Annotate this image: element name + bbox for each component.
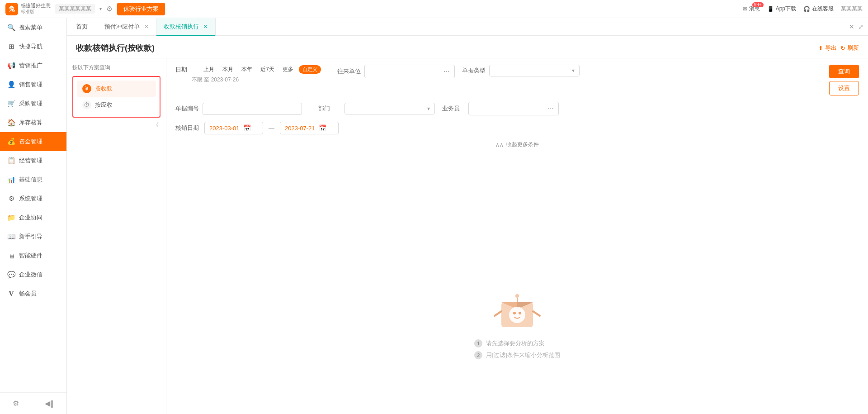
industry-btn[interactable]: 休验行业方案 bbox=[117, 3, 165, 15]
dept-field: 部门 ▾ bbox=[318, 103, 435, 114]
filter-sidebar: 按以下方案查询 ¥ 按收款 ⏱ 按应收 《 bbox=[67, 58, 166, 414]
collapse-up-icon: ∧∧ bbox=[495, 142, 504, 148]
enterprise-icon: 📁 bbox=[7, 214, 15, 222]
sidebar-item-system[interactable]: ⚙ 系统管理 bbox=[0, 189, 66, 208]
voucher-no-input[interactable] bbox=[203, 103, 302, 115]
counterpart-dots-icon[interactable]: ··· bbox=[443, 67, 449, 76]
calendar-end-icon[interactable]: 📅 bbox=[319, 124, 326, 132]
topbar-right: ✉ 消息 99+ 📱 App下载 🎧 在线客服 某某某某 bbox=[743, 5, 863, 13]
dept-label: 部门 bbox=[318, 105, 341, 113]
date-btn-more[interactable]: 更多 bbox=[280, 65, 296, 74]
sidebar-item-enterprise[interactable]: 📁 企业协同 bbox=[0, 208, 66, 227]
inventory-icon: 🏠 bbox=[7, 119, 15, 127]
date-btn-this-year[interactable]: 本年 bbox=[239, 65, 255, 74]
date-btn-this-month[interactable]: 本月 bbox=[220, 65, 236, 74]
sidebar-item-guide[interactable]: 📖 新手引导 bbox=[0, 227, 66, 246]
voucher-type-select[interactable]: ▾ bbox=[489, 65, 580, 76]
date-field: 日期 上月 本月 本年 近7天 更多 自定义 不限 至 2023-07-26 bbox=[175, 65, 321, 84]
query-btn[interactable]: 查询 bbox=[829, 65, 859, 78]
filter-row-2: 单据编号 部门 ▾ 业务员 bbox=[175, 102, 859, 115]
sidebar-item-label: 系统管理 bbox=[19, 195, 42, 203]
settings-bottom-icon[interactable]: ⚙ bbox=[8, 397, 24, 409]
collapse-more-conditions[interactable]: ∧∧ 收起更多条件 bbox=[175, 141, 859, 148]
verify-date-end-value: 2023-07-21 bbox=[285, 125, 315, 132]
dept-select[interactable]: ▾ bbox=[344, 103, 435, 114]
chevron-down-icon[interactable]: ▾ bbox=[99, 6, 102, 11]
svg-line-6 bbox=[495, 311, 501, 316]
sidebar: 🔍 搜索菜单 ⊞ 快捷导航 📢 营销推广 👤 销售管理 🛒 采购管理 🏠 库存核… bbox=[0, 18, 67, 414]
sidebar-item-marketing[interactable]: 📢 营销推广 bbox=[0, 56, 66, 75]
empty-hint-1: 1 请先选择要分析的方案 bbox=[474, 339, 560, 347]
sidebar-item-quicknav[interactable]: ⊞ 快捷导航 bbox=[0, 37, 66, 56]
date-btn-7days[interactable]: 近7天 bbox=[258, 65, 277, 74]
brand-name: 畅捷通好生意 bbox=[21, 3, 51, 9]
user-name[interactable]: 某某某某 bbox=[841, 5, 863, 13]
date-btn-last-month[interactable]: 上月 bbox=[201, 65, 217, 74]
close-tab-icon[interactable]: ✕ bbox=[849, 23, 854, 30]
form-actions: 查询 设置 bbox=[829, 65, 859, 95]
message-btn[interactable]: ✉ 消息 99+ bbox=[743, 5, 760, 13]
sidebar-item-inventory[interactable]: 🏠 库存核算 bbox=[0, 113, 66, 132]
member-icon: V bbox=[7, 290, 15, 298]
sidebar-item-label: 企业微信 bbox=[19, 271, 42, 279]
date-label: 日期 bbox=[175, 66, 198, 74]
sidebar-item-operations[interactable]: 📋 经营管理 bbox=[0, 151, 66, 170]
sidebar-item-label: 搜索菜单 bbox=[19, 24, 42, 32]
tab-prepay-close[interactable]: ✕ bbox=[144, 24, 149, 30]
page-header-actions: ⬆ 导出 ↻ 刷新 bbox=[818, 44, 859, 52]
voucher-no-field: 单据编号 bbox=[175, 103, 302, 115]
basic-info-icon: 📊 bbox=[7, 176, 15, 184]
svg-point-3 bbox=[519, 312, 521, 314]
tab-verify[interactable]: 收款核销执行 ✕ bbox=[156, 18, 216, 36]
sidebar-item-label: 快捷导航 bbox=[19, 43, 42, 51]
date-range-dash: — bbox=[269, 125, 274, 132]
verify-date-start-input[interactable]: 2023-03-01 📅 bbox=[204, 122, 263, 134]
sales-icon: 👤 bbox=[7, 81, 15, 89]
expand-tab-icon[interactable]: ⤢ bbox=[858, 23, 863, 30]
content-area: 首页 预付冲应付单 ✕ 收款核销执行 ✕ ✕ ⤢ 收款核销执行(按收款) ⬆ 导… bbox=[67, 18, 868, 414]
app-label: App下载 bbox=[776, 5, 796, 13]
staff-dots-icon[interactable]: ··· bbox=[548, 105, 554, 113]
sidebar-item-purchase[interactable]: 🛒 采购管理 bbox=[0, 94, 66, 113]
hint-text-2: 用[过滤]条件来缩小分析范围 bbox=[486, 351, 560, 359]
app-download-btn[interactable]: 📱 App下载 bbox=[767, 5, 796, 13]
guide-icon: 📖 bbox=[7, 233, 15, 241]
sidebar-item-search[interactable]: 🔍 搜索菜单 bbox=[0, 18, 66, 37]
voucher-type-chevron-icon[interactable]: ▾ bbox=[572, 67, 575, 74]
voucher-no-label: 单据编号 bbox=[175, 105, 199, 113]
export-label: 导出 bbox=[825, 44, 837, 52]
counterpart-select[interactable]: ··· bbox=[364, 65, 455, 78]
dept-chevron-icon[interactable]: ▾ bbox=[427, 105, 430, 112]
export-btn[interactable]: ⬆ 导出 bbox=[818, 44, 837, 52]
hardware-icon: 🖥 bbox=[7, 252, 15, 260]
message-icon: ✉ bbox=[743, 6, 747, 12]
filter-sidebar-collapse-btn[interactable]: 《 bbox=[72, 119, 160, 131]
sidebar-bottom: ⚙ ◀‖ bbox=[0, 392, 66, 414]
sidebar-item-funds[interactable]: 💰 资金管理 bbox=[0, 132, 66, 151]
company-name[interactable]: 某某某某某某 bbox=[55, 4, 95, 14]
gear-icon[interactable]: ⚙ bbox=[106, 5, 113, 13]
verify-date-end-input[interactable]: 2023-07-21 📅 bbox=[280, 122, 339, 134]
sidebar-item-basic-info[interactable]: 📊 基础信息 bbox=[0, 170, 66, 189]
sidebar-item-weixin[interactable]: 💬 企业微信 bbox=[0, 265, 66, 284]
setting-btn[interactable]: 设置 bbox=[829, 81, 859, 95]
tab-home[interactable]: 首页 bbox=[67, 18, 97, 35]
filter-row-1: 日期 上月 本月 本年 近7天 更多 自定义 不限 至 2023-07-26 bbox=[175, 65, 859, 95]
page-title: 收款核销执行(按收款) bbox=[76, 43, 155, 53]
tab-verify-close[interactable]: ✕ bbox=[203, 24, 208, 30]
collapse-sidebar-icon[interactable]: ◀‖ bbox=[40, 397, 58, 409]
filter-option-by-receipt[interactable]: ¥ 按收款 bbox=[77, 81, 156, 97]
sidebar-item-member[interactable]: V 畅会员 bbox=[0, 284, 66, 303]
tab-prepay-label: 预付冲应付单 bbox=[104, 23, 140, 31]
calendar-start-icon[interactable]: 📅 bbox=[243, 124, 251, 132]
refresh-btn[interactable]: ↻ 刷新 bbox=[840, 44, 859, 52]
staff-select[interactable]: ··· bbox=[468, 102, 559, 115]
sidebar-item-label: 新手引导 bbox=[19, 233, 42, 241]
sidebar-item-hardware[interactable]: 🖥 智能硬件 bbox=[0, 246, 66, 265]
online-service-btn[interactable]: 🎧 在线客服 bbox=[803, 5, 834, 13]
tab-prepay[interactable]: 预付冲应付单 ✕ bbox=[97, 18, 156, 35]
empty-illustration bbox=[490, 280, 544, 334]
date-btn-custom[interactable]: 自定义 bbox=[299, 65, 321, 74]
filter-option-by-receivable[interactable]: ⏱ 按应收 bbox=[77, 97, 156, 113]
sidebar-item-sales[interactable]: 👤 销售管理 bbox=[0, 75, 66, 94]
